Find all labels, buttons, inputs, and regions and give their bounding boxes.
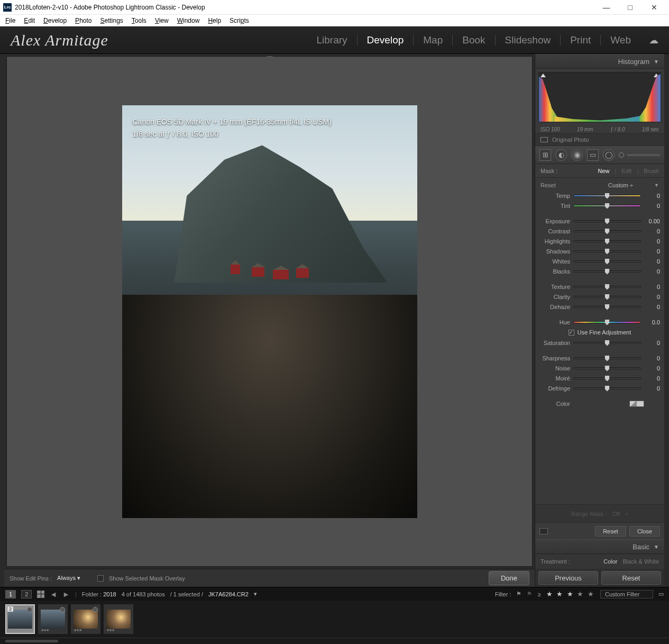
histogram-header[interactable]: Histogram▼: [535, 54, 664, 69]
mask-overlay-checkbox[interactable]: [97, 575, 104, 582]
custom-filter-dropdown[interactable]: Custom Filter: [600, 590, 653, 598]
rating-ge[interactable]: ≥: [537, 591, 540, 597]
shadows-slider[interactable]: Shadows0: [535, 246, 664, 256]
thumbnail-1[interactable]: 2★★★: [5, 604, 35, 634]
tab-develop[interactable]: Develop: [358, 34, 414, 46]
flag-picked-icon[interactable]: ⚑: [516, 591, 521, 597]
saturation-slider[interactable]: Saturation0: [535, 338, 664, 348]
filename-dropdown-icon[interactable]: ▾: [254, 591, 257, 597]
tab-map[interactable]: Map: [414, 34, 452, 46]
highlights-slider[interactable]: Highlights0: [535, 236, 664, 246]
treatment-color[interactable]: Color: [603, 558, 617, 565]
menu-tools[interactable]: Tools: [129, 16, 150, 25]
tab-web[interactable]: Web: [601, 34, 640, 46]
menu-view[interactable]: View: [152, 16, 172, 25]
tab-library[interactable]: Library: [307, 34, 357, 46]
histogram-display[interactable]: [538, 72, 661, 122]
menu-help[interactable]: Help: [205, 16, 224, 25]
image-canvas[interactable]: Canon EOS 5D Mark IV + 19 mm (EF16-35mm …: [6, 56, 533, 567]
noise-slider[interactable]: Noise0: [535, 363, 664, 373]
moire-slider[interactable]: Moiré0: [535, 373, 664, 383]
color-swatch[interactable]: [629, 401, 644, 407]
rating-filter[interactable]: ★ ★ ★ ★ ★: [546, 590, 595, 598]
maximize-button[interactable]: □: [618, 1, 642, 14]
clarity-slider[interactable]: Clarity0: [535, 292, 664, 302]
second-window-button[interactable]: 2: [21, 590, 32, 598]
menu-window[interactable]: Window: [174, 16, 203, 25]
panel-disclosure-icon[interactable]: ▼: [654, 183, 659, 188]
minimize-button[interactable]: —: [594, 1, 618, 14]
temp-slider[interactable]: Temp0: [535, 191, 664, 201]
panel-close-button[interactable]: Close: [629, 526, 660, 537]
done-button[interactable]: Done: [489, 571, 529, 585]
blacks-slider[interactable]: Blacks0: [535, 266, 664, 276]
graduated-filter-tool[interactable]: ▭: [587, 149, 599, 161]
close-button[interactable]: ✕: [642, 1, 666, 14]
thumbnail-4[interactable]: ★★★: [104, 604, 133, 634]
menu-file[interactable]: File: [2, 16, 19, 25]
menu-develop[interactable]: Develop: [40, 16, 70, 25]
menu-settings[interactable]: Settings: [97, 16, 126, 25]
treatment-bw[interactable]: Black & White: [623, 558, 659, 565]
radial-filter-tool[interactable]: ◯: [603, 149, 615, 161]
effect-preset-dropdown[interactable]: Custom ÷: [608, 182, 633, 188]
crop-tool[interactable]: ⊞: [539, 149, 551, 161]
defringe-slider[interactable]: Defringe0: [535, 383, 664, 393]
tab-book[interactable]: Book: [453, 34, 494, 46]
menu-scripts[interactable]: Scripts: [226, 16, 252, 25]
window-titlebar: Lrc 2018Lofoten-2-v10 - Adobe Photoshop …: [0, 0, 669, 15]
edit-pins-dropdown[interactable]: Always ▾: [57, 575, 80, 582]
window-title: 2018Lofoten-2-v10 - Adobe Photoshop Ligh…: [15, 4, 594, 11]
whites-slider[interactable]: Whites0: [535, 256, 664, 266]
brush-size-slider[interactable]: [619, 152, 660, 158]
original-photo-row[interactable]: Original Photo: [535, 133, 664, 146]
cloud-sync-icon[interactable]: ☁: [649, 34, 658, 46]
original-icon: [540, 137, 548, 142]
right-edge[interactable]: [664, 54, 669, 587]
thumbnail-3[interactable]: ★★★: [71, 604, 100, 634]
tint-slider[interactable]: Tint0: [535, 201, 664, 211]
sharpness-slider[interactable]: Sharpness0: [535, 353, 664, 363]
nav-back-icon[interactable]: ◄: [50, 590, 57, 598]
mask-edit[interactable]: Edit: [621, 168, 631, 174]
contrast-slider[interactable]: Contrast0: [535, 226, 664, 236]
left-panel-collapsed[interactable]: [0, 54, 4, 587]
preview-image[interactable]: Canon EOS 5D Mark IV + 19 mm (EF16-35mm …: [122, 105, 417, 518]
menu-photo[interactable]: Photo: [72, 16, 95, 25]
grid-view-icon[interactable]: [37, 591, 44, 598]
texture-slider[interactable]: Texture0: [535, 282, 664, 292]
hue-slider[interactable]: Hue0.0: [535, 317, 664, 327]
exposure-slider[interactable]: Exposure0.00: [535, 216, 664, 226]
redeye-tool[interactable]: ◉: [571, 149, 583, 161]
menu-bar: File Edit Develop Photo Settings Tools V…: [0, 15, 669, 26]
color-picker-row[interactable]: Color: [535, 398, 664, 409]
tab-slideshow[interactable]: Slideshow: [496, 34, 561, 46]
fine-adjustment-checkbox[interactable]: ✓: [569, 330, 574, 335]
panel-reset-button[interactable]: Reset: [595, 526, 626, 537]
shadow-clipping-icon[interactable]: [540, 74, 546, 77]
range-mask-row[interactable]: Range Mask :Off÷: [535, 504, 664, 522]
previous-button[interactable]: Previous: [538, 571, 598, 585]
basic-panel-header[interactable]: Basic▼: [535, 539, 664, 554]
panel-switch[interactable]: [539, 528, 548, 534]
filter-lock-icon[interactable]: ▭: [658, 591, 664, 597]
mask-new[interactable]: New: [598, 168, 610, 174]
filmstrip-scrollbar[interactable]: [0, 638, 669, 644]
filter-label: Filter :: [495, 591, 511, 597]
main-window-button[interactable]: 1: [5, 590, 16, 598]
dehaze-slider[interactable]: Dehaze0: [535, 302, 664, 312]
folder-label: Folder : 2018: [82, 591, 116, 597]
spot-removal-tool[interactable]: ◐: [555, 149, 567, 161]
fine-adjustment-row[interactable]: ✓Use Fine Adjustment: [535, 327, 664, 338]
filmstrip[interactable]: 2★★★ ★★★ ★★★ ★★★: [0, 601, 669, 638]
flag-rejected-icon[interactable]: ⚑: [527, 591, 532, 597]
nav-forward-icon[interactable]: ►: [62, 590, 70, 598]
menu-edit[interactable]: Edit: [21, 16, 38, 25]
thumbnail-2[interactable]: ★★★: [38, 604, 68, 634]
mask-row: Mask : New | Edit | Brush: [535, 164, 664, 178]
effect-reset[interactable]: Reset: [540, 182, 608, 188]
tab-print[interactable]: Print: [561, 34, 600, 46]
reset-button[interactable]: Reset: [601, 571, 661, 585]
toolbar-toggle-icon[interactable]: [267, 56, 273, 59]
mask-brush[interactable]: Brush: [644, 168, 659, 174]
